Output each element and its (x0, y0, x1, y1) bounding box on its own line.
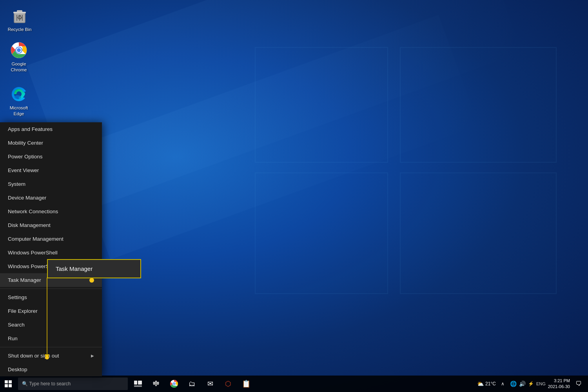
system-tray: ⛅ 21°C ∧ 🌐 🔊 ⚡ ENG 3:21 PM 2021-06-30 🗨 (477, 376, 588, 392)
chrome-label: Google Chrome (5, 61, 32, 73)
menu-item-mobility-center[interactable]: Mobility Center (0, 136, 102, 150)
temperature-display: 21°C (485, 381, 496, 387)
microsoft-edge-icon[interactable]: Microsoft Edge (3, 82, 34, 119)
menu-separator-1 (0, 289, 102, 289)
show-hidden-icons-button[interactable]: ∧ (498, 376, 508, 392)
taskbar-search-bar[interactable]: 🔍 Type here to search (18, 377, 128, 390)
menu-item-device-manager[interactable]: Device Manager (0, 191, 102, 205)
menu-item-search[interactable]: Search (0, 318, 102, 332)
menu-item-shut-down[interactable]: Shut down or sign out ▶ (0, 349, 102, 363)
menu-item-power-options[interactable]: Power Options (0, 150, 102, 163)
svg-point-28 (173, 383, 175, 385)
menu-item-run[interactable]: Run (0, 332, 102, 345)
recycle-bin-label: Recycle Bin (8, 27, 32, 33)
notification-center-button[interactable]: 🗨 (572, 376, 585, 392)
task-manager-dot (89, 278, 94, 283)
menu-item-disk-management[interactable]: Disk Management (0, 218, 102, 232)
menu-item-computer-management[interactable]: Computer Management (0, 232, 102, 246)
windows-logo-icon (5, 380, 12, 387)
svg-point-13 (14, 95, 21, 99)
menu-item-event-viewer[interactable]: Event Viewer (0, 163, 102, 177)
menu-item-apps-features[interactable]: Apps and Features (0, 122, 102, 136)
office-icon: ⬡ (225, 379, 231, 388)
settings-gear-icon (152, 380, 160, 387)
svg-rect-16 (5, 380, 8, 383)
taskbar-icons-group: 🗂 ✉ ⬡ 📋 (128, 376, 477, 392)
language-indicator[interactable]: ENG (536, 381, 546, 386)
chevron-up-icon: ∧ (501, 381, 505, 387)
task-manager-tooltip-label: Task Manager (56, 265, 93, 272)
start-button[interactable] (0, 376, 16, 392)
battery-icon[interactable]: ⚡ (528, 381, 534, 387)
date-display: 2021-06-30 (548, 384, 570, 390)
task-manager-tooltip: Task Manager (47, 259, 141, 278)
volume-icon[interactable]: 🔊 (519, 381, 526, 387)
mail-taskbar-button[interactable]: ✉ (201, 376, 219, 392)
shut-down-arrow-icon: ▶ (91, 354, 94, 358)
recycle-bin-image: ♻ (10, 6, 29, 25)
taskbar: 🔍 Type here to search (0, 376, 588, 392)
menu-item-system[interactable]: System (0, 177, 102, 191)
edge-image (9, 85, 28, 103)
file-explorer-icon: 🗂 (189, 380, 196, 388)
chrome-taskbar-icon (170, 379, 178, 388)
menu-item-settings[interactable]: Settings (0, 290, 102, 304)
menu-item-windows-powershell[interactable]: Windows PowerShell (0, 246, 102, 260)
svg-rect-19 (9, 384, 12, 387)
notification-icon: 🗨 (575, 380, 582, 387)
svg-point-12 (17, 49, 20, 52)
svg-rect-20 (134, 381, 137, 385)
network-icon[interactable]: 🌐 (510, 381, 517, 387)
search-placeholder: 🔍 Type here to search (22, 381, 71, 387)
chrome-image (9, 41, 28, 60)
desktop: ♻ Recycle Bin Google (0, 0, 588, 392)
svg-rect-22 (134, 385, 142, 387)
google-chrome-icon[interactable]: Google Chrome (3, 38, 34, 75)
notes-icon: 📋 (242, 379, 250, 388)
svg-text:♻: ♻ (17, 14, 22, 21)
time-display: 3:21 PM (554, 378, 570, 384)
menu-item-network-connections[interactable]: Network Connections (0, 205, 102, 218)
chrome-taskbar-button[interactable] (165, 376, 183, 392)
menu-separator-2 (0, 347, 102, 347)
context-menu: Apps and Features Mobility Center Power … (0, 122, 102, 376)
svg-rect-17 (9, 380, 12, 383)
weather-icon: ⛅ (477, 381, 484, 387)
task-view-button[interactable] (129, 376, 147, 392)
office-taskbar-button[interactable]: ⬡ (220, 376, 237, 392)
notes-taskbar-button[interactable]: 📋 (238, 376, 255, 392)
task-view-icon (134, 381, 142, 387)
svg-point-24 (155, 383, 157, 385)
menu-item-desktop[interactable]: Desktop (0, 363, 102, 376)
recycle-bin-icon[interactable]: ♻ Recycle Bin (4, 4, 35, 35)
svg-rect-2 (17, 10, 22, 12)
file-explorer-taskbar-button[interactable]: 🗂 (183, 376, 201, 392)
clock-display[interactable]: 3:21 PM 2021-06-30 (548, 378, 570, 390)
svg-rect-18 (5, 384, 8, 387)
menu-item-file-explorer[interactable]: File Explorer (0, 304, 102, 318)
svg-rect-21 (138, 381, 142, 385)
settings-taskbar-button[interactable] (147, 376, 165, 392)
desktop-windows-logo (255, 47, 549, 321)
weather-widget[interactable]: ⛅ 21°C (477, 381, 496, 387)
mail-icon: ✉ (207, 379, 213, 388)
edge-label: Microsoft Edge (5, 105, 32, 117)
task-manager-label: Task Manager (8, 277, 41, 283)
